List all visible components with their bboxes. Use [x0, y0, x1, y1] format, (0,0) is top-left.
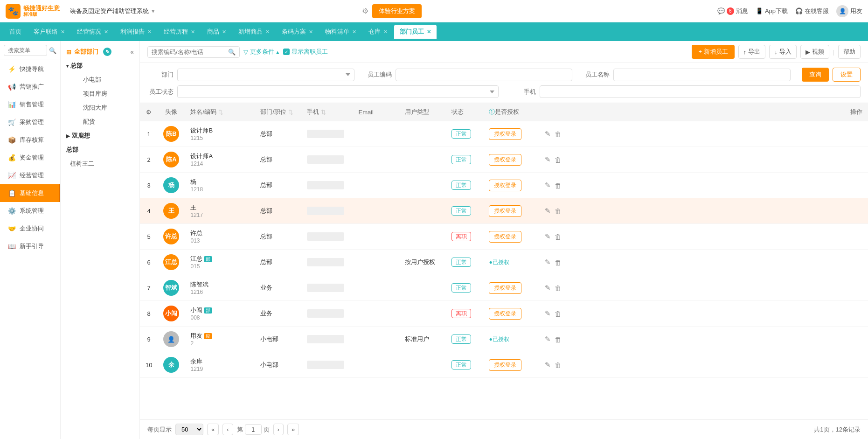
- sidebar-item-finance[interactable]: 💰 资金管理: [0, 149, 60, 167]
- dept-item-shenyangdaku[interactable]: 沈阳大库: [74, 101, 139, 115]
- info-icon[interactable]: ①: [489, 108, 495, 115]
- delete-btn[interactable]: 🗑: [555, 284, 562, 292]
- dept-tree-header[interactable]: ⊞ 全部部门 ✎ «: [61, 45, 139, 59]
- close-history-tab[interactable]: ✕: [191, 29, 195, 35]
- prev-page-btn[interactable]: ‹: [222, 424, 233, 435]
- message-btn[interactable]: 💬 6 消息: [717, 7, 748, 15]
- sidebar-item-quick-nav[interactable]: ⚡ 快捷导航: [0, 60, 60, 78]
- edit-btn[interactable]: ✎: [545, 155, 551, 164]
- delete-btn[interactable]: 🗑: [555, 156, 562, 164]
- user-profile[interactable]: 👤 用友: [836, 5, 862, 17]
- trial-btn[interactable]: 体验行业方案: [372, 4, 422, 18]
- dept-collapse-btn[interactable]: «: [130, 48, 134, 56]
- add-employee-btn[interactable]: + 新增员工: [692, 45, 734, 59]
- show-resigned-checkbox[interactable]: 显示离职员工: [283, 48, 328, 56]
- dept-group-headquarter[interactable]: ▾ 总部: [61, 59, 139, 73]
- tab-goods[interactable]: 商品✕: [201, 25, 232, 39]
- dept-item-xiaodibu[interactable]: 小电部: [74, 73, 139, 87]
- tab-bom[interactable]: 物料清单✕: [319, 25, 362, 39]
- sidebar-item-marketing[interactable]: 📢 营销推广: [0, 78, 60, 96]
- page-size-select[interactable]: 50 20 100: [175, 424, 203, 435]
- close-operation-tab[interactable]: ✕: [104, 29, 108, 35]
- sidebar-search-box[interactable]: 🔍: [0, 41, 60, 60]
- delete-btn[interactable]: 🗑: [555, 130, 562, 138]
- tab-new-goods[interactable]: 新增商品✕: [233, 25, 275, 39]
- close-warehouse-tab[interactable]: ✕: [383, 29, 388, 35]
- tab-history[interactable]: 经营历程✕: [158, 25, 201, 39]
- help-btn[interactable]: 帮助: [838, 45, 861, 59]
- th-dept[interactable]: 部门/职位 ⇅: [255, 103, 301, 121]
- auth-btn[interactable]: 授权登录: [489, 308, 521, 320]
- emp-code-input[interactable]: [396, 69, 573, 81]
- edit-btn[interactable]: ✎: [545, 232, 551, 241]
- view-btn[interactable]: ▶ 视频: [800, 45, 829, 59]
- first-page-btn[interactable]: «: [207, 424, 219, 435]
- gear-icon[interactable]: ⚙: [362, 7, 368, 15]
- phone-input[interactable]: [540, 85, 861, 98]
- close-bom-tab[interactable]: ✕: [352, 29, 356, 35]
- auth-btn[interactable]: 授权登录: [489, 180, 521, 191]
- status-select[interactable]: [177, 85, 499, 98]
- export-btn[interactable]: ↑ 导出: [738, 45, 766, 59]
- th-phone[interactable]: 手机 ⇅: [301, 103, 353, 121]
- sidebar-item-sales[interactable]: 📊 销售管理: [0, 96, 60, 113]
- sidebar-item-guide[interactable]: 📖 新手引导: [0, 237, 60, 255]
- dept-item-zhishu[interactable]: 植树王二: [61, 157, 139, 171]
- title-dropdown-icon[interactable]: ▾: [152, 7, 155, 14]
- edit-btn[interactable]: ✎: [545, 130, 551, 138]
- edit-btn[interactable]: ✎: [545, 207, 551, 215]
- delete-btn[interactable]: 🗑: [555, 361, 562, 369]
- more-filter-btn[interactable]: ▽ 更多条件 ▴: [243, 48, 279, 56]
- close-barcode-tab[interactable]: ✕: [309, 29, 313, 35]
- page-current-input[interactable]: [245, 424, 262, 435]
- dept-select[interactable]: [177, 69, 354, 81]
- close-customer-tab[interactable]: ✕: [61, 29, 65, 35]
- online-service-btn[interactable]: 🎧 在线客服: [795, 7, 829, 15]
- tab-operation[interactable]: 经营情况✕: [71, 25, 114, 39]
- tab-department[interactable]: 部门员工✕: [394, 25, 437, 39]
- tab-barcode[interactable]: 条码方案✕: [276, 25, 319, 39]
- auth-btn[interactable]: 授权登录: [489, 128, 521, 140]
- edit-btn[interactable]: ✎: [545, 258, 551, 266]
- sidebar-item-inventory[interactable]: 📦 库存核算: [0, 131, 60, 149]
- search-box[interactable]: 🔍: [147, 46, 240, 58]
- auth-btn[interactable]: 授权登录: [489, 359, 521, 371]
- close-new-goods-tab[interactable]: ✕: [265, 29, 270, 35]
- tab-home[interactable]: 首页: [4, 25, 27, 39]
- close-department-tab[interactable]: ✕: [427, 29, 431, 35]
- auth-btn[interactable]: 授权登录: [489, 231, 521, 243]
- tab-warehouse[interactable]: 仓库✕: [363, 25, 393, 39]
- sidebar-item-system[interactable]: ⚙️ 系统管理: [0, 202, 60, 220]
- dept-item-peihuo[interactable]: 配货: [74, 115, 139, 129]
- sidebar-item-basic-info[interactable]: 📋 基础信息: [0, 184, 60, 202]
- dept-group-shuanglu[interactable]: ▶ 双鹿想: [61, 129, 139, 143]
- app-download-btn[interactable]: 📱 App下载: [756, 7, 788, 15]
- delete-btn[interactable]: 🗑: [555, 258, 562, 266]
- dept-group-zongbu[interactable]: 总部: [61, 143, 139, 157]
- edit-btn[interactable]: ✎: [545, 335, 551, 343]
- next-page-btn[interactable]: ›: [273, 424, 284, 435]
- set-btn[interactable]: 设置: [833, 68, 861, 82]
- emp-name-input[interactable]: [613, 69, 791, 81]
- last-page-btn[interactable]: »: [287, 424, 299, 435]
- delete-btn[interactable]: 🗑: [555, 233, 562, 241]
- edit-btn[interactable]: ✎: [545, 181, 551, 189]
- th-name[interactable]: 姓名/编码 ⇅: [185, 103, 255, 121]
- edit-btn[interactable]: ✎: [545, 309, 551, 318]
- auth-btn[interactable]: 授权登录: [489, 154, 521, 166]
- delete-btn[interactable]: 🗑: [555, 181, 562, 189]
- th-settings[interactable]: ⚙: [140, 103, 158, 121]
- sidebar-item-purchase[interactable]: 🛒 采购管理: [0, 113, 60, 131]
- delete-btn[interactable]: 🗑: [555, 335, 562, 343]
- delete-btn[interactable]: 🗑: [555, 310, 562, 318]
- close-profit-tab[interactable]: ✕: [147, 29, 152, 35]
- sidebar-search-input[interactable]: [4, 45, 47, 56]
- import-btn[interactable]: ↓ 导入: [769, 45, 797, 59]
- dept-item-xiangmukufang[interactable]: 项目库房: [74, 87, 139, 101]
- auth-btn[interactable]: 授权登录: [489, 282, 521, 294]
- edit-btn[interactable]: ✎: [545, 361, 551, 369]
- dept-edit-icon[interactable]: ✎: [103, 48, 111, 56]
- auth-btn[interactable]: 授权登录: [489, 205, 521, 217]
- edit-btn[interactable]: ✎: [545, 284, 551, 292]
- query-btn[interactable]: 查询: [802, 68, 829, 82]
